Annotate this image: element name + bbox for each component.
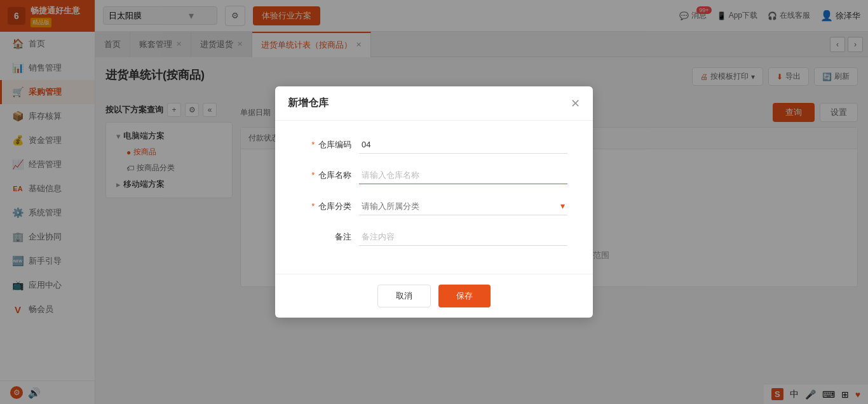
cancel-btn[interactable]: 取消 bbox=[377, 285, 431, 307]
modal-overlay: 新增仓库 ✕ * 仓库编码 * 仓库名称 bbox=[0, 0, 868, 404]
category-select-wrapper[interactable]: ▾ bbox=[359, 197, 567, 215]
dialog-close-icon[interactable]: ✕ bbox=[571, 98, 580, 109]
dialog-footer: 取消 保存 bbox=[275, 274, 593, 318]
form-row-remark: 备注 bbox=[301, 228, 567, 246]
dialog-body: * 仓库编码 * 仓库名称 * 仓库分类 bbox=[275, 121, 593, 274]
dialog-title: 新增仓库 bbox=[288, 97, 329, 110]
name-input[interactable] bbox=[359, 166, 567, 184]
form-row-category: * 仓库分类 ▾ bbox=[301, 197, 567, 215]
category-label: * 仓库分类 bbox=[301, 201, 351, 212]
remark-input[interactable] bbox=[359, 228, 567, 246]
code-input[interactable] bbox=[359, 136, 567, 154]
code-label: * 仓库编码 bbox=[301, 139, 351, 151]
dialog-header: 新增仓库 ✕ bbox=[275, 86, 593, 121]
form-row-code: * 仓库编码 bbox=[301, 136, 567, 154]
form-row-name: * 仓库名称 bbox=[301, 166, 567, 184]
name-label: * 仓库名称 bbox=[301, 170, 351, 181]
remark-label: 备注 bbox=[301, 231, 351, 243]
category-input[interactable] bbox=[362, 201, 560, 211]
save-btn[interactable]: 保存 bbox=[438, 285, 491, 307]
category-dropdown-icon: ▾ bbox=[560, 201, 565, 211]
dialog-new-warehouse: 新增仓库 ✕ * 仓库编码 * 仓库名称 bbox=[275, 86, 593, 318]
